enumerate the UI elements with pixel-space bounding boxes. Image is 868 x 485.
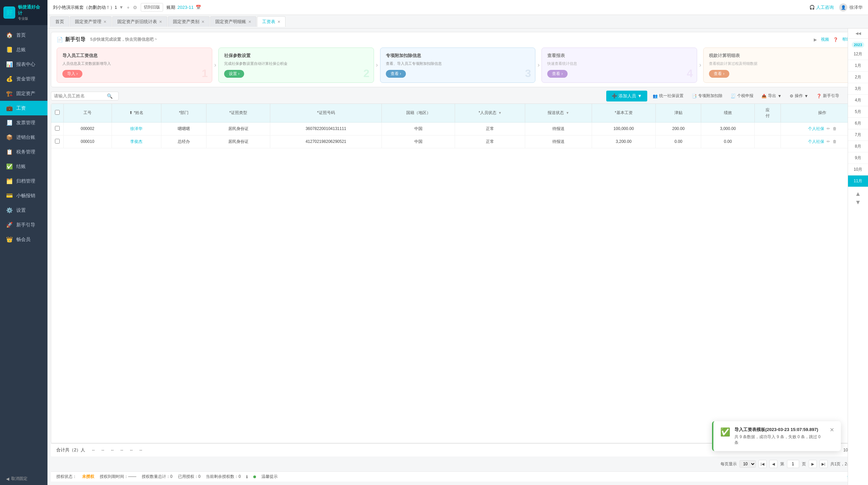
row2-name-link[interactable]: 李俊杰 — [130, 139, 142, 144]
wizard-step-5-btn[interactable]: 查看 › — [709, 70, 729, 78]
sidebar-item-closing[interactable]: ✅结账 — [0, 159, 47, 174]
col-send-status[interactable]: 报送状态 ▼ — [525, 104, 592, 123]
wizard-step-4-btn[interactable]: 查看 › — [547, 70, 567, 78]
row2-edit-icon[interactable]: ✏ — [827, 139, 830, 144]
month-10[interactable]: 10月 — [848, 164, 868, 175]
month-4[interactable]: 4月 — [848, 95, 868, 106]
sidebar-item-ledger[interactable]: 📒总账 — [0, 42, 47, 57]
table-header: 工号 ⬆ *姓名 *部门 *证照类型 *证照号码 国籍（地区） *人员状态 ▼ … — [51, 104, 864, 123]
row1-name-link[interactable]: 徐泽华 — [130, 126, 142, 131]
sidebar-label-settings: 设置 — [16, 207, 26, 213]
month-12[interactable]: 12月 — [848, 49, 868, 60]
row2-select[interactable] — [55, 139, 60, 144]
guide-btn[interactable]: ❓ 新手引导 — [814, 91, 842, 101]
header-plus-icon[interactable]: + — [127, 5, 130, 10]
wizard-arrow-1: › — [212, 48, 218, 83]
tab-depreciation[interactable]: 固定资产折旧统计表✕ — [112, 16, 167, 27]
panel-scroll-down[interactable]: ▼ — [855, 199, 861, 206]
month-8[interactable]: 8月 — [848, 141, 868, 152]
sidebar-unpin-btn[interactable]: ◀ 取消固定 — [0, 472, 47, 485]
col-dept: *部门 — [161, 104, 206, 123]
month-3[interactable]: 3月 — [848, 83, 868, 95]
header-user[interactable]: 👤 徐泽华 — [839, 3, 863, 12]
row1-delete-icon[interactable]: 🗑 — [833, 126, 837, 131]
month-9[interactable]: 9月 — [848, 152, 868, 164]
wizard-step-4-num: 4 — [687, 67, 693, 80]
row1-action-link[interactable]: 个人社保 — [808, 126, 824, 131]
month-6[interactable]: 6月 — [848, 118, 868, 129]
header-settings-icon[interactable]: ⚙ — [133, 5, 137, 10]
sidebar-item-funds[interactable]: 💰资金管理 — [0, 72, 47, 86]
sidebar-item-settings[interactable]: ⚙️设置 — [0, 203, 47, 218]
month-7[interactable]: 7月 — [848, 129, 868, 141]
tab-close-category[interactable]: ✕ — [201, 20, 204, 24]
last-page-btn[interactable]: ▶| — [820, 460, 828, 468]
tax-report-btn[interactable]: 🧾 个税申报 — [728, 91, 756, 101]
add-employee-btn[interactable]: ➕ 添加人员 ▼ — [606, 91, 647, 101]
tab-category[interactable]: 固定资产类别✕ — [168, 16, 210, 27]
export-btn[interactable]: 📤 导出 ▼ — [759, 91, 784, 101]
remaining-count: 当前剩余授权数：0 — [206, 474, 241, 480]
sidebar-label-fixed-assets: 固定资产 — [16, 91, 35, 97]
wizard-step-1-btn[interactable]: 导入 › — [62, 70, 82, 78]
sidebar-item-archive[interactable]: 🗂️归档管理 — [0, 174, 47, 188]
select-all-checkbox[interactable] — [55, 110, 60, 115]
calendar-icon[interactable]: 📅 — [196, 5, 201, 10]
warning-label: 温馨提示 — [261, 474, 278, 480]
month-2[interactable]: 2月 — [848, 72, 868, 83]
guide-icon: ❓ — [816, 94, 822, 98]
sidebar-item-tax[interactable]: 📋税务管理 — [0, 145, 47, 159]
tab-payroll-table[interactable]: 工资表✕ — [257, 16, 285, 27]
tab-close-depreciation[interactable]: ✕ — [159, 20, 162, 24]
first-page-btn[interactable]: |◀ — [758, 460, 767, 468]
col-name[interactable]: ⬆ *姓名 — [112, 104, 161, 123]
next-page-btn[interactable]: ▶ — [809, 460, 817, 468]
row1-select[interactable] — [55, 126, 60, 131]
sidebar-item-guide[interactable]: 🚀新手引导 — [0, 218, 47, 232]
tab-close-detail[interactable]: ✕ — [248, 20, 251, 24]
wizard-step-1-num: 1 — [202, 67, 208, 80]
sidebar-item-payroll[interactable]: 💼工资 — [0, 101, 47, 115]
sidebar-item-member[interactable]: 👑畅会员 — [0, 232, 47, 247]
toast-close-btn[interactable]: ✕ — [830, 427, 834, 433]
sidebar-item-reports[interactable]: 📊报表中心 — [0, 57, 47, 72]
period-value[interactable]: 2023-11 — [177, 5, 194, 10]
month-5[interactable]: 5月 — [848, 106, 868, 118]
operations-btn[interactable]: ⚙ 操作 ▼ — [787, 91, 811, 101]
page-size-select[interactable]: 10 20 50 — [739, 460, 756, 468]
search-input[interactable] — [54, 93, 105, 98]
sidebar-item-fixed-assets[interactable]: 🏗️固定资产 — [0, 86, 47, 101]
social-insurance-btn[interactable]: 👥 统一社保设置 — [650, 91, 686, 101]
prev-page-btn[interactable]: ◀ — [769, 460, 777, 468]
wizard-step-3-btn[interactable]: 查看 › — [386, 70, 406, 78]
wizard-step-2-btn[interactable]: 设置 › — [224, 70, 244, 78]
deduction-btn[interactable]: 📑 专项附加扣除 — [689, 91, 725, 101]
switch-version-btn[interactable]: 切到旧版 — [141, 3, 163, 12]
total-count: 合计共（2）人 — [56, 447, 85, 453]
tab-home[interactable]: 首页 — [50, 16, 69, 27]
col-status[interactable]: *人员状态 ▼ — [455, 104, 525, 123]
sidebar-item-home[interactable]: 🏠首页 — [0, 28, 47, 42]
tab-fixed-assets[interactable]: 固定资产管理✕ — [70, 16, 112, 27]
row1-edit-icon[interactable]: ✏ — [827, 126, 830, 131]
header-service-btn[interactable]: 🎧 人工咨询 — [809, 4, 834, 11]
account-dropdown-icon[interactable]: ▼ — [119, 5, 123, 10]
tab-detail[interactable]: 固定资产明细账✕ — [210, 16, 256, 27]
sidebar-icon-home: 🏠 — [6, 32, 13, 38]
tab-close-fixed-assets[interactable]: ✕ — [103, 20, 106, 24]
panel-scroll-up[interactable]: ▲ — [855, 190, 861, 198]
row2-action-link[interactable]: 个人社保 — [808, 139, 824, 144]
tab-close-payroll-table[interactable]: ✕ — [277, 20, 280, 24]
month-1[interactable]: 1月 — [848, 60, 868, 72]
right-panel-toggle[interactable]: ◀◀ — [848, 29, 868, 39]
month-11[interactable]: 11月 — [848, 175, 868, 187]
sidebar-item-invoices[interactable]: 🧾发票管理 — [0, 115, 47, 130]
row2-nationality: 中国 — [381, 135, 455, 148]
wizard-video-label[interactable]: 视频 — [821, 37, 829, 42]
wizard-step-5-desc: 查看税款计算过程及明细数据 — [709, 61, 853, 67]
row2-delete-icon[interactable]: 🗑 — [833, 139, 837, 144]
sidebar-item-expense[interactable]: 💳小畅报销 — [0, 188, 47, 203]
sidebar-item-inventory[interactable]: 📦进销台账 — [0, 130, 47, 145]
page-input[interactable] — [787, 460, 799, 468]
row2-status: 正常 — [455, 135, 525, 148]
